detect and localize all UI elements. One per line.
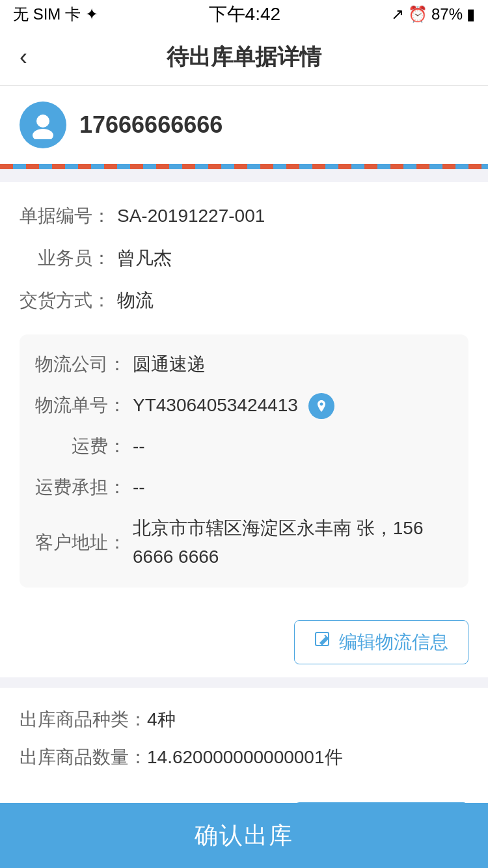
tracking-number: YT43064053424413 (133, 391, 298, 420)
freight-bearer-value: -- (133, 473, 453, 502)
stats-section: 出库商品种类： 4种 出库商品数量： 14.620000000000001件 (0, 688, 488, 789)
tracking-label: 物流单号： (35, 391, 126, 420)
status-bar: 无 SIM 卡 ✦ 下午4:42 ↗ ⏰ 87% ▮ (0, 0, 488, 29)
order-number-row: 单据编号： SA-20191227-001 (20, 202, 468, 231)
location-icon: ↗ (391, 5, 404, 23)
product-quantity-row: 出库商品数量： 14.620000000000001件 (20, 745, 468, 770)
bottom-bar: 确认出库 (0, 803, 488, 868)
salesperson-row: 业务员： 曾凡杰 (20, 244, 468, 273)
delivery-label: 交货方式： (20, 286, 111, 316)
avatar (20, 102, 66, 148)
salesperson-value: 曾凡杰 (117, 244, 468, 273)
page-title: 待出库单据详情 (167, 42, 321, 72)
back-button[interactable]: ‹ (20, 44, 27, 71)
edit-button-row: 编辑物流信息 (0, 607, 488, 677)
order-info-section: 单据编号： SA-20191227-001 业务员： 曾凡杰 交货方式： 物流 … (0, 182, 488, 607)
freight-bearer-row: 运费承担： -- (35, 473, 453, 502)
tracking-value-row: YT43064053424413 (126, 391, 334, 420)
order-number-value: SA-20191227-001 (117, 202, 468, 231)
tracking-row: 物流单号： YT43064053424413 (35, 391, 453, 420)
decorative-divider (0, 164, 488, 169)
product-types-label: 出库商品种类： (20, 707, 147, 732)
svg-point-1 (33, 129, 53, 139)
product-types-value: 4种 (147, 707, 176, 732)
address-value: 北京市市辖区海淀区永丰南 张，156 6666 6666 (133, 514, 453, 573)
product-quantity-value: 14.620000000000001件 (147, 745, 343, 770)
sim-status: 无 SIM 卡 ✦ (13, 4, 98, 25)
tracking-location-icon[interactable] (308, 393, 334, 419)
edit-logistics-label: 编辑物流信息 (339, 630, 448, 655)
status-time: 下午4:42 (209, 2, 281, 27)
salesperson-label: 业务员： (20, 244, 111, 273)
logistics-company-label: 物流公司： (35, 350, 126, 379)
product-types-row: 出库商品种类： 4种 (20, 707, 468, 732)
section-divider (0, 677, 488, 688)
freight-row: 运费： -- (35, 432, 453, 461)
svg-point-0 (36, 115, 49, 128)
edit-logistics-button[interactable]: 编辑物流信息 (294, 620, 468, 664)
alarm-icon: ⏰ (408, 5, 427, 23)
logistics-company-row: 物流公司： 圆通速递 (35, 350, 453, 379)
product-quantity-label: 出库商品数量： (20, 745, 147, 770)
logistics-card: 物流公司： 圆通速递 物流单号： YT43064053424413 运费： -- (20, 334, 468, 588)
order-number-label: 单据编号： (20, 202, 111, 231)
customer-header: 17666666666 (0, 86, 488, 164)
customer-phone: 17666666666 (79, 111, 223, 139)
status-right: ↗ ⏰ 87% ▮ (391, 5, 475, 23)
address-row: 客户地址： 北京市市辖区海淀区永丰南 张，156 6666 6666 (35, 514, 453, 573)
nav-bar: ‹ 待出库单据详情 (0, 29, 488, 86)
freight-bearer-label: 运费承担： (35, 473, 126, 502)
edit-icon (314, 631, 332, 654)
status-left: 无 SIM 卡 ✦ (13, 4, 98, 25)
address-label: 客户地址： (35, 528, 126, 558)
delivery-row: 交货方式： 物流 (20, 286, 468, 316)
battery-icon: ▮ (467, 5, 475, 23)
delivery-value: 物流 (117, 286, 468, 316)
freight-value: -- (133, 432, 453, 461)
battery-level: 87% (431, 5, 463, 23)
logistics-company-value: 圆通速递 (133, 350, 453, 379)
freight-label: 运费： (35, 432, 126, 461)
confirm-button[interactable]: 确认出库 (195, 820, 293, 852)
